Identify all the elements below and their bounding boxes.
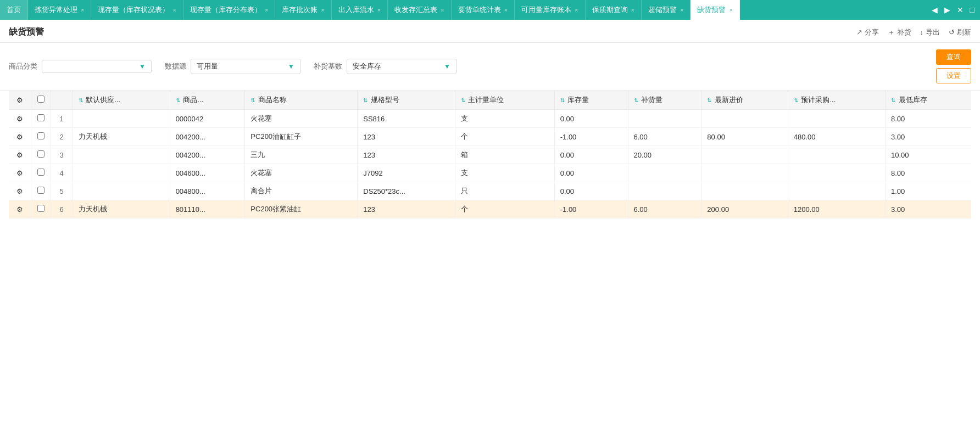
- tab-demand[interactable]: 要货单统计表 ×: [452, 0, 515, 20]
- row-check[interactable]: [31, 128, 51, 146]
- col-stock-header[interactable]: ⇅ 库存量: [554, 91, 628, 110]
- tab-nav-next[interactable]: ▶: [941, 4, 954, 15]
- col-min-stock-header[interactable]: ⇅ 最低库存: [885, 91, 971, 110]
- col-est-purchase-header[interactable]: ⇅ 预计采购...: [788, 91, 885, 110]
- row-gear[interactable]: ⚙: [9, 146, 31, 164]
- filter-replenish-select[interactable]: 安全库存 ▼: [347, 59, 456, 74]
- row-gear[interactable]: ⚙: [9, 182, 31, 200]
- tab-close[interactable]: ×: [172, 7, 176, 13]
- gear-icon: ⚙: [16, 205, 23, 214]
- row-checkbox[interactable]: [37, 169, 44, 176]
- tab-close[interactable]: ×: [680, 7, 683, 13]
- row-checkbox[interactable]: [37, 150, 44, 158]
- row-est-purchase: [788, 146, 885, 164]
- tab-close[interactable]: ×: [504, 7, 508, 13]
- sort-icon: ⇅: [560, 97, 565, 103]
- tab-expiry[interactable]: 保质期查询 ×: [586, 0, 642, 20]
- col-product-name-label: 商品名称: [258, 96, 287, 104]
- tab-flow[interactable]: 出入库流水 ×: [332, 0, 388, 20]
- col-unit-header[interactable]: ⇅ 主计量单位: [455, 91, 554, 110]
- tab-stock1[interactable]: 现存量（库存状况表） ×: [91, 0, 183, 20]
- tab-batch[interactable]: 库存批次账 ×: [275, 0, 331, 20]
- tab-close[interactable]: ×: [321, 7, 324, 13]
- col-unit-label: 主计量单位: [468, 96, 504, 104]
- tab-close[interactable]: ×: [81, 7, 84, 13]
- tab-receipt[interactable]: 收发存汇总表 ×: [388, 0, 451, 20]
- sort-icon: ⇅: [891, 97, 895, 103]
- row-min-stock: 8.00: [885, 110, 971, 128]
- gear-icon: ⚙: [16, 187, 23, 195]
- row-check[interactable]: [31, 200, 51, 218]
- col-latest-price-header[interactable]: ⇅ 最新进价: [701, 91, 788, 110]
- tab-home[interactable]: 首页: [0, 0, 28, 20]
- col-spec-label: 规格型号: [371, 96, 399, 104]
- row-product-name: PC200油缸缸子: [245, 128, 358, 146]
- col-stock-label: 库存量: [567, 96, 589, 104]
- tab-available[interactable]: 可用量库存账本 ×: [515, 0, 585, 20]
- tab-anomaly[interactable]: 拣货异常处理 ×: [28, 0, 91, 20]
- row-min-stock: 3.00: [885, 128, 971, 146]
- dropdown-arrow-icon: ▼: [444, 63, 450, 70]
- tab-overstock[interactable]: 超储预警 ×: [642, 0, 691, 20]
- sort-icon: ⇅: [79, 97, 83, 103]
- refresh-label: 刷新: [957, 27, 971, 37]
- col-gear-header[interactable]: ⚙: [9, 91, 31, 110]
- col-replenish-header[interactable]: ⇅ 补货量: [628, 91, 701, 110]
- tab-close[interactable]: ×: [265, 7, 268, 13]
- tab-maximize[interactable]: □: [967, 4, 978, 15]
- sort-icon: ⇅: [707, 97, 711, 103]
- dropdown-arrow-icon: ▼: [288, 63, 294, 70]
- query-button[interactable]: 查询: [936, 49, 971, 65]
- row-check[interactable]: [31, 110, 51, 128]
- row-spec: SS816: [358, 110, 455, 128]
- tab-nav-prev[interactable]: ◀: [928, 4, 941, 15]
- tab-close[interactable]: ×: [575, 7, 578, 13]
- tab-close[interactable]: ×: [729, 7, 732, 13]
- col-check-header[interactable]: [31, 91, 51, 110]
- sort-icon: ⇅: [794, 97, 798, 103]
- row-gear[interactable]: ⚙: [9, 164, 31, 182]
- share-button[interactable]: ↗ 分享: [856, 27, 879, 37]
- row-spec: J7092: [358, 164, 455, 182]
- col-product-name-header[interactable]: ⇅ 商品名称: [245, 91, 358, 110]
- row-product-code: 004800...: [170, 182, 245, 200]
- col-spec-header[interactable]: ⇅ 规格型号: [358, 91, 455, 110]
- row-latest-price: 200.00: [701, 200, 788, 218]
- row-checkbox[interactable]: [37, 114, 44, 121]
- tab-close[interactable]: ×: [377, 7, 381, 13]
- filter-datasource-select[interactable]: 可用量 ▼: [191, 59, 300, 74]
- row-check[interactable]: [31, 146, 51, 164]
- row-check[interactable]: [31, 164, 51, 182]
- row-est-purchase: 1200.00: [788, 200, 885, 218]
- replenish-button[interactable]: ＋ 补货: [888, 27, 911, 37]
- row-checkbox[interactable]: [37, 132, 44, 139]
- gear-icon: ⚙: [16, 169, 23, 177]
- row-check[interactable]: [31, 182, 51, 200]
- row-checkbox[interactable]: [37, 205, 44, 212]
- row-min-stock: 8.00: [885, 164, 971, 182]
- tab-close-all[interactable]: ✕: [954, 4, 967, 15]
- row-gear[interactable]: ⚙: [9, 110, 31, 128]
- dropdown-arrow-icon: ▼: [139, 63, 146, 70]
- tab-close[interactable]: ×: [631, 7, 634, 13]
- tab-nav-buttons: ◀ ▶ ✕ □: [926, 4, 980, 15]
- tab-label: 库存批次账: [282, 5, 318, 15]
- export-button[interactable]: ↓ 导出: [920, 27, 940, 37]
- select-all-checkbox[interactable]: [37, 96, 44, 103]
- row-checkbox[interactable]: [37, 187, 44, 194]
- row-num: 5: [51, 182, 73, 200]
- refresh-button[interactable]: ↺ 刷新: [949, 27, 971, 37]
- tab-close[interactable]: ×: [441, 7, 444, 13]
- row-num: 1: [51, 110, 73, 128]
- tab-shortage[interactable]: 缺货预警 ×: [691, 0, 739, 20]
- settings-button[interactable]: 设置: [936, 68, 971, 83]
- filter-replenish-label: 补货基数: [314, 61, 342, 71]
- col-supplier-header[interactable]: ⇅ 默认供应...: [73, 91, 170, 110]
- sort-icon: ⇅: [176, 97, 180, 103]
- filter-category-select[interactable]: ▼: [42, 60, 152, 73]
- col-product-code-header[interactable]: ⇅ 商品...: [170, 91, 245, 110]
- tab-stock2[interactable]: 现存量（库存分布表） ×: [183, 0, 275, 20]
- tab-label: 拣货异常处理: [35, 5, 77, 15]
- row-gear[interactable]: ⚙: [9, 128, 31, 146]
- row-gear[interactable]: ⚙: [9, 200, 31, 218]
